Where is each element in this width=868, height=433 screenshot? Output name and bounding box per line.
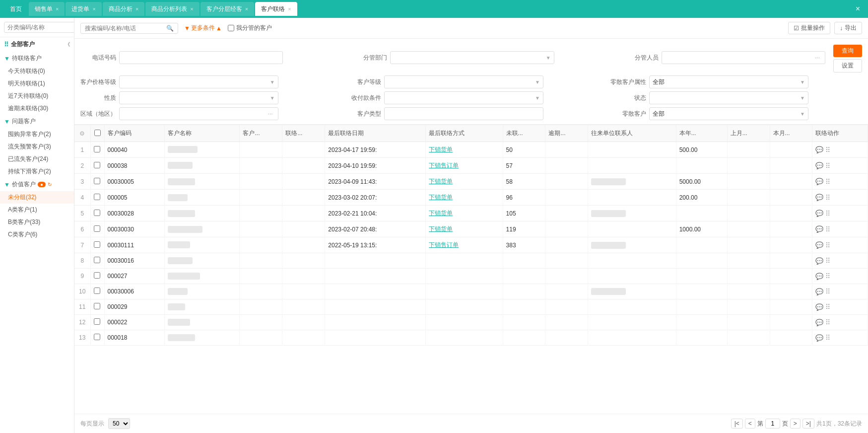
tab-analysis-close[interactable]: × (135, 6, 138, 12)
chat-icon[interactable]: 💬 (815, 225, 823, 233)
row-checkbox[interactable] (94, 210, 100, 216)
row-checkbox[interactable] (94, 303, 100, 309)
tab-customer-layer-close[interactable]: × (245, 6, 248, 12)
tab-analysis-list[interactable]: 商品分析列表 × (145, 2, 199, 16)
chat-icon[interactable]: 💬 (815, 257, 823, 265)
my-customers-checkbox[interactable] (228, 25, 234, 31)
row-checkbox[interactable] (94, 194, 100, 200)
dept-select[interactable]: ▼ (390, 51, 554, 64)
sidebar-group-value[interactable]: ▼ 价值客户 ● ↻ (0, 178, 74, 191)
chat-icon[interactable]: 💬 (815, 273, 823, 280)
grid-action-icon[interactable]: ⠿ (825, 257, 830, 265)
query-btn[interactable]: 查询 (833, 45, 862, 57)
sidebar-item-abnormal[interactable]: 囤购异常客户(2) (0, 128, 74, 141)
chat-icon[interactable]: 💬 (815, 319, 823, 326)
region-ellipsis[interactable]: ··· (266, 110, 275, 117)
chat-icon[interactable]: 💬 (815, 146, 823, 153)
row-checkbox[interactable] (94, 272, 100, 279)
tab-home[interactable]: 首页 (4, 2, 28, 16)
region-select[interactable]: ··· (119, 107, 278, 120)
grid-action-icon[interactable]: ⠿ (825, 272, 830, 280)
tab-analysis[interactable]: 商品分析 × (103, 2, 144, 16)
chat-icon[interactable]: 💬 (815, 288, 823, 295)
chat-icon[interactable]: 💬 (815, 178, 823, 185)
sidebar-item-churn-warning[interactable]: 流失预警客户(3) (0, 141, 74, 153)
refresh-icon[interactable]: ↻ (48, 182, 52, 187)
contact-method-link[interactable]: 下销售订单 (429, 241, 459, 248)
grid-action-icon[interactable]: ⠿ (825, 146, 830, 154)
sidebar-item-b-class[interactable]: B类客户(33) (0, 216, 74, 228)
row-checkbox[interactable] (94, 288, 100, 294)
sidebar-item-ungroup[interactable]: 未分组(32) (0, 191, 74, 204)
chat-icon[interactable]: 💬 (815, 162, 823, 169)
per-page-select[interactable]: 50 (108, 418, 130, 429)
settings-icon[interactable]: ⚙ (79, 130, 85, 137)
chat-icon[interactable]: 💬 (815, 194, 823, 201)
retail-attr-select[interactable]: 全部 ▼ (649, 75, 808, 88)
tab-sales-close[interactable]: × (56, 6, 59, 12)
grid-action-icon[interactable]: ⠿ (825, 225, 830, 233)
grid-action-icon[interactable]: ⠿ (825, 210, 830, 217)
retail-customer-select[interactable]: 全部 ▼ (649, 107, 808, 120)
contact-method-link[interactable]: 下销货单 (429, 225, 453, 232)
reset-btn[interactable]: 设置 (833, 59, 862, 72)
sidebar-item-c-class[interactable]: C类客户(6) (0, 228, 74, 241)
phone-input[interactable] (119, 51, 283, 64)
select-all-checkbox[interactable] (94, 130, 101, 136)
page-number-input[interactable] (765, 419, 780, 429)
nav-close-button[interactable]: × (852, 4, 864, 13)
page-prev-btn[interactable]: < (745, 419, 755, 429)
chat-icon[interactable]: 💬 (815, 241, 823, 249)
chat-icon[interactable]: 💬 (815, 303, 823, 311)
tab-purchase[interactable]: 进货单 × (66, 2, 101, 16)
chat-icon[interactable]: 💬 (815, 210, 823, 217)
sidebar-item-tomorrow[interactable]: 明天待联络(1) (0, 77, 74, 90)
grid-action-icon[interactable]: ⠿ (825, 303, 830, 311)
sidebar-group-problem[interactable]: ▼ 问题客户 (0, 115, 74, 128)
grid-action-icon[interactable]: ⠿ (825, 241, 830, 249)
tab-customer-contact[interactable]: 客户联络 × (255, 2, 297, 16)
row-checkbox[interactable] (94, 334, 100, 340)
grid-action-icon[interactable]: ⠿ (825, 178, 830, 186)
status-select[interactable]: ▼ (649, 91, 808, 104)
tab-sales[interactable]: 销售单 × (29, 2, 65, 16)
sidebar-item-overdue[interactable]: 逾期未联络(30) (0, 102, 74, 115)
tab-customer-layer[interactable]: 客户分层经客 × (200, 2, 254, 16)
contact-method-link[interactable]: 下销货单 (429, 194, 453, 201)
sidebar-item-7days[interactable]: 近7天待联络(0) (0, 90, 74, 102)
manager-select[interactable]: ··· (662, 51, 825, 64)
grid-action-icon[interactable]: ⠿ (825, 288, 830, 295)
sidebar-group-pending[interactable]: ▼ 待联络客户 (0, 52, 74, 65)
customer-type-select[interactable] (384, 107, 543, 120)
row-checkbox[interactable] (94, 178, 100, 184)
grid-action-icon[interactable]: ⠿ (825, 318, 830, 326)
contact-method-link[interactable]: 下销货单 (429, 178, 453, 185)
batch-operation-btn[interactable]: ☑ 批量操作 (788, 22, 830, 34)
search-icon-main[interactable]: 🔍 (166, 25, 174, 32)
price-level-select[interactable]: ▼ (119, 75, 278, 88)
grid-action-icon[interactable]: ⠿ (825, 194, 830, 202)
page-last-btn[interactable]: >| (802, 419, 814, 429)
tab-purchase-close[interactable]: × (92, 6, 95, 12)
sidebar-item-declining[interactable]: 持续下滑客户(2) (0, 165, 74, 178)
sidebar-all-customers[interactable]: ⠿ 全部客户 《 (0, 37, 74, 52)
contact-method-link[interactable]: 下销货单 (429, 210, 453, 216)
export-btn[interactable]: ↓ 导出 (834, 22, 862, 34)
row-checkbox[interactable] (94, 225, 100, 232)
more-conditions-btn[interactable]: ▼ 更多条件 ▲ (184, 24, 222, 32)
sidebar-item-churned[interactable]: 已流失客户(24) (0, 153, 74, 165)
contact-method-link[interactable]: 下销货单 (429, 146, 453, 153)
tab-analysis-list-close[interactable]: × (190, 6, 193, 12)
grid-action-icon[interactable]: ⠿ (825, 162, 830, 170)
contact-method-link[interactable]: 下销售订单 (429, 162, 459, 169)
payment-select[interactable]: ▼ (384, 91, 543, 104)
row-checkbox[interactable] (94, 318, 100, 325)
gender-select[interactable]: ▼ (119, 91, 278, 104)
sidebar-item-a-class[interactable]: A类客户(1) (0, 204, 74, 216)
row-checkbox[interactable] (94, 241, 100, 248)
grid-action-icon[interactable]: ⠿ (825, 334, 830, 342)
sidebar-search-input[interactable] (4, 22, 74, 33)
row-checkbox[interactable] (94, 257, 100, 263)
tab-customer-contact-close[interactable]: × (288, 6, 291, 12)
chat-icon[interactable]: 💬 (815, 334, 823, 342)
